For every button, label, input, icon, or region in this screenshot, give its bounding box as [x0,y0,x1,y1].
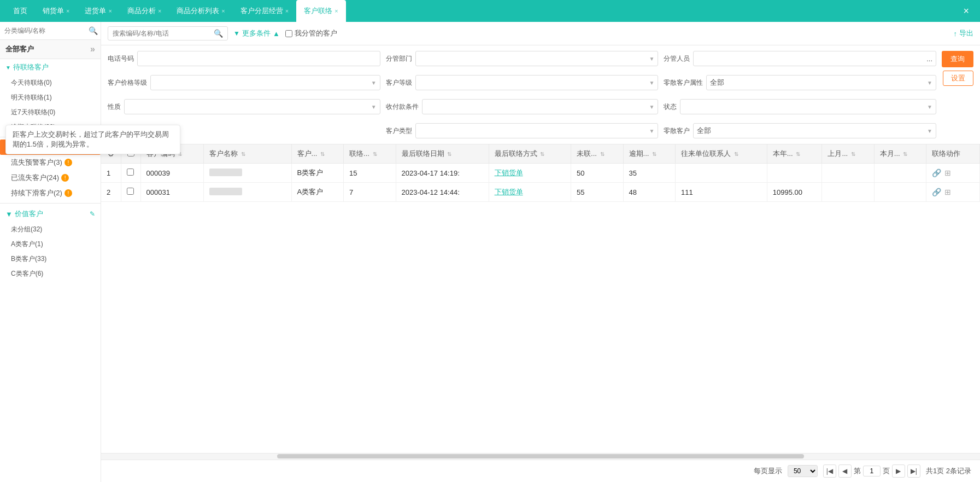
my-customers-checkbox[interactable] [285,30,292,37]
col-no-contact[interactable]: 未联... ⇅ [571,144,623,164]
price-level-arrow: ▼ [371,80,377,86]
sidebar-lost-customers[interactable]: 已流失客户(24) ! [0,170,101,185]
col-last-date[interactable]: 最后联络日期 ⇅ [396,144,489,164]
row1-code: 000039 [140,164,204,183]
sidebar-search-input[interactable] [4,27,86,34]
row1-grid-icon[interactable]: ⊞ [944,169,951,177]
page-first-btn[interactable]: |◀ [823,464,836,478]
page-prev-btn[interactable]: ◀ [838,464,852,478]
lost-customers-info-icon[interactable]: ! [61,174,69,182]
page-size-select[interactable]: 50 100 200 [788,465,818,477]
main-search-icon[interactable]: 🔍 [214,29,223,38]
ld-sort-icon: ⇅ [447,151,451,157]
col-last-month[interactable]: 上月... ⇅ [822,144,874,164]
row2-code: 000031 [140,183,204,202]
row2-check[interactable] [127,188,134,195]
query-btn[interactable]: 查询 [942,51,973,67]
row2-method-link[interactable]: 下销货单 [495,188,523,196]
table-container[interactable]: ⚙ 客户编码 ⇅ 客户名称 ⇅ 客户... ⇅ 联络... ⇅ 最后联络日期 ⇅… [101,144,980,453]
col-name[interactable]: 客户名称 ⇅ [204,144,291,164]
nav-goods-list-close[interactable]: × [221,8,225,14]
row2-link-icon[interactable]: 🔗 [932,188,941,196]
filter-person: 分管人员 ... [664,51,936,66]
my-customers-filter[interactable]: 我分管的客户 [285,28,337,38]
nav-customer-tier-close[interactable]: × [285,8,289,14]
export-btn[interactable]: ↑ 导出 [954,28,974,38]
main-search-input[interactable] [113,30,214,37]
row2-category: A类客户 [291,183,343,202]
row1-last-month [822,164,874,183]
row2-last-method[interactable]: 下销货单 [489,183,571,202]
page-last-btn[interactable]: ▶| [907,464,920,478]
retail-customer-select[interactable]: 全部 ▼ [693,123,936,138]
retail-attr-select[interactable]: 全部 ▼ [706,75,936,90]
customer-level-select[interactable]: ▼ [415,75,659,90]
col-contacts[interactable]: 往来单位联系人 ⇅ [676,144,767,164]
sidebar-unclassified[interactable]: 未分组(32) [0,222,101,237]
declining-customers-info-icon[interactable]: ! [64,189,72,197]
sidebar-collapse-btn[interactable]: » [90,44,95,54]
row2-this-year: 10995.00 [767,183,822,202]
price-level-select[interactable]: ▼ [150,75,380,90]
more-conditions-btn[interactable]: ▼ 更多条件 ▲ [233,28,280,38]
pagination-bar: 每页显示 50 100 200 |◀ ◀ 第 页 ▶ ▶| 共1页 2条记录 [101,460,980,482]
sidebar-group-waiting[interactable]: ▼ 待联络客户 [0,59,101,76]
nature-select[interactable]: ▼ [124,99,380,114]
sidebar-value-group[interactable]: ▼ 价值客户 ✎ [0,206,101,222]
sidebar-class-b[interactable]: B类客户(33) [0,252,101,266]
close-all-btn[interactable]: × [958,5,975,17]
status-select[interactable]: ▼ [680,99,936,114]
sidebar-all-customers-header: 全部客户 » [0,40,101,59]
nav-sales[interactable]: 销货单 × [35,0,77,22]
page-input[interactable] [863,466,881,477]
loss-warning-info-icon[interactable]: ! [64,159,72,166]
sidebar-declining-customers[interactable]: 持续下滑客户(2) ! [0,185,101,201]
sidebar-loss-warning[interactable]: 流失预警客户(3) ! [0,155,101,170]
row1-check[interactable] [127,169,134,176]
nav-customer-contact-close[interactable]: × [335,8,338,14]
horizontal-scrollbar[interactable] [101,453,980,460]
row1-method-link[interactable]: 下销货单 [495,169,523,177]
nav-purchase[interactable]: 进货单 × [77,0,119,22]
total-records: 共1页 2条记录 [926,466,971,476]
sidebar-tomorrow-contact[interactable]: 明天待联络(1) [0,90,101,105]
page-next-btn[interactable]: ▶ [892,464,905,478]
row2-checkbox[interactable] [121,183,140,202]
col-contact-count[interactable]: 联络... ⇅ [344,144,396,164]
sidebar-week-contact[interactable]: 近7天待联络(0) [0,105,101,120]
col-category[interactable]: 客户... ⇅ [291,144,343,164]
phone-input[interactable] [137,51,380,66]
sidebar-search-icon[interactable]: 🔍 [89,26,98,35]
row1-checkbox[interactable] [121,164,140,183]
row2-grid-icon[interactable]: ⊞ [944,188,951,196]
sidebar-today-contact[interactable]: 今天待联络(0) [0,76,101,90]
payment-select[interactable]: ▼ [422,99,659,114]
row1-link-icon[interactable]: 🔗 [932,169,941,177]
page-nav: |◀ ◀ 第 页 ▶ ▶| [823,464,920,478]
nav-customer-contact[interactable]: 客户联络 × [296,0,345,22]
top-nav: 首页 销货单 × 进货单 × 商品分析 × 商品分析列表 × 客户分层经营 × … [0,0,980,22]
nav-home[interactable]: 首页 [5,0,35,22]
sidebar-class-a[interactable]: A类客户(1) [0,237,101,252]
value-group-edit-icon[interactable]: ✎ [90,210,95,218]
nav-sales-close[interactable]: × [66,8,69,14]
col-this-year[interactable]: 本年... ⇅ [767,144,822,164]
filter-phone: 电话号码 [108,51,380,66]
scrollbar-track[interactable] [277,454,805,458]
cat-sort-icon: ⇅ [320,151,325,157]
col-last-method[interactable]: 最后联络方式 ⇅ [489,144,571,164]
nav-goods-analysis-close[interactable]: × [158,8,161,14]
col-this-month[interactable]: 本月... ⇅ [874,144,926,164]
nav-customer-tier[interactable]: 客户分层经营 × [233,0,296,22]
dept-select[interactable]: ▼ [415,51,659,66]
nav-purchase-close[interactable]: × [108,8,112,14]
sidebar-class-c[interactable]: C类客户(6) [0,266,101,281]
filter-retail-attr: 零散客户属性 全部 ▼ [664,75,936,90]
nav-goods-list[interactable]: 商品分析列表 × [169,0,232,22]
settings-btn[interactable]: 设置 [943,71,973,86]
row1-last-method[interactable]: 下销货单 [489,164,571,183]
customer-type-select[interactable]: ▼ [415,123,659,138]
col-overdue[interactable]: 逾期... ⇅ [623,144,675,164]
person-select[interactable]: ... [693,51,936,66]
nav-goods-analysis[interactable]: 商品分析 × [120,0,169,22]
